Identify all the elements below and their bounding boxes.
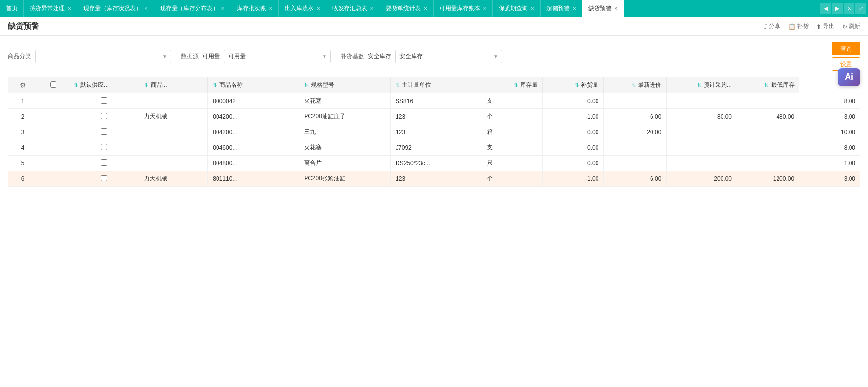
row-spec: DS250*23c...	[391, 156, 482, 171]
row-setting-cell	[38, 171, 69, 187]
th-unit[interactable]: ⇅ 主计量单位	[391, 77, 482, 93]
tab-requisition-label: 要货单统计表	[386, 4, 421, 13]
th-setting[interactable]: ⚙	[8, 77, 38, 93]
row-checkbox-cell	[69, 93, 139, 109]
th-price[interactable]: ⇅ 最新进价	[604, 77, 667, 93]
th-name[interactable]: ⇅ 商品名称	[208, 77, 299, 93]
table-row[interactable]: 6 力天机械 801110... PC200张紧油缸 123 个 -1.00 6…	[8, 171, 860, 187]
datasource-select[interactable]: 可用量	[224, 50, 331, 63]
tab-batch[interactable]: 库存批次账 ✕	[231, 0, 279, 17]
table-row[interactable]: 5 004800... 离合片 DS250*23c... 只 0.00 1.00	[8, 156, 860, 171]
ai-badge[interactable]: Ai	[838, 68, 860, 86]
table-row[interactable]: 2 力天机械 004200... PC200油缸庄子 123 个 -1.00 6…	[8, 109, 860, 124]
tab-shortage[interactable]: 缺货预警 ✕	[582, 0, 624, 17]
close-expiry-icon[interactable]: ✕	[530, 6, 534, 11]
close-flow-icon[interactable]: ✕	[316, 6, 320, 11]
close-requisition-icon[interactable]: ✕	[423, 6, 427, 11]
close-inventory-dist-icon[interactable]: ✕	[221, 6, 225, 11]
th-minstock-label: 最低库存	[771, 81, 795, 88]
th-code[interactable]: ⇅ 商品...	[139, 77, 208, 93]
sort-spec-icon: ⇅	[304, 82, 308, 88]
replenish-base-select[interactable]: 安全库存	[395, 50, 502, 63]
replenish-button[interactable]: 📋 补货	[788, 22, 809, 31]
row-stock: -1.00	[543, 109, 604, 124]
sort-supplier-icon: ⇅	[74, 82, 78, 88]
refresh-label: 刷新	[849, 22, 860, 31]
nav-controls: ◀ ▶ ✕ ⤢	[818, 3, 868, 14]
table-body: 1 0000042 火花塞 SS816 支 0.00 8.00 2 力天机械 0…	[8, 93, 860, 187]
export-label: 导出	[823, 22, 834, 31]
nav-close-button[interactable]: ✕	[844, 3, 854, 14]
row-unit: 个	[482, 109, 542, 124]
refresh-icon: ↻	[842, 23, 847, 30]
row-checkbox[interactable]	[101, 144, 107, 150]
close-abnormal-icon[interactable]: ✕	[67, 6, 71, 11]
th-price-label: 最新进价	[638, 81, 661, 88]
export-icon: ⬆	[816, 23, 821, 30]
tab-flow[interactable]: 出入库流水 ✕	[279, 0, 326, 17]
page-container: 缺货预警 ⤴ 分享 📋 补货 ⬆ 导出 ↻ 刷新 商品分类	[0, 17, 868, 387]
row-checkbox[interactable]	[101, 97, 107, 104]
th-replenish[interactable]: ⇅ 补货量	[543, 77, 604, 93]
row-checkbox[interactable]	[101, 128, 107, 135]
row-replenish	[604, 140, 667, 156]
sort-estimate-icon: ⇅	[697, 82, 701, 88]
th-supplier[interactable]: ⇅ 默认供应...	[69, 77, 139, 93]
th-spec[interactable]: ⇅ 规格型号	[299, 77, 391, 93]
row-checkbox[interactable]	[101, 175, 107, 181]
row-code: 004800...	[208, 156, 299, 171]
tab-home[interactable]: 首页	[0, 0, 24, 17]
export-button[interactable]: ⬆ 导出	[816, 22, 834, 31]
tab-inventory-dist[interactable]: 现存量（库存分布表） ✕	[154, 0, 231, 17]
table-row[interactable]: 1 0000042 火花塞 SS816 支 0.00 8.00	[8, 93, 860, 109]
row-estimate: 480.00	[737, 109, 799, 124]
row-index: 5	[8, 156, 38, 171]
row-checkbox-cell	[69, 156, 139, 171]
tab-expiry[interactable]: 保质期查询 ✕	[493, 0, 541, 17]
share-button[interactable]: ⤴ 分享	[764, 22, 780, 31]
column-settings-icon[interactable]: ⚙	[20, 81, 26, 89]
tab-summary[interactable]: 收发存汇总表 ✕	[326, 0, 380, 17]
sort-replenish-icon: ⇅	[575, 82, 579, 88]
select-all-checkbox[interactable]	[50, 81, 56, 88]
nav-expand-button[interactable]: ⤢	[855, 3, 866, 14]
sort-unit-icon: ⇅	[396, 82, 399, 88]
tab-inventory-status[interactable]: 现存量（库存状况表） ✕	[77, 0, 154, 17]
replenish-label: 补货	[797, 22, 809, 31]
row-checkbox[interactable]	[101, 113, 107, 119]
tab-summary-label: 收发存汇总表	[332, 4, 367, 13]
row-checkbox[interactable]	[101, 159, 107, 166]
close-available-icon[interactable]: ✕	[483, 6, 487, 11]
row-index: 1	[8, 93, 38, 109]
table-row[interactable]: 3 004200... 三九 123 箱 0.00 20.00 10.00	[8, 124, 860, 140]
tab-requisition[interactable]: 要货单统计表 ✕	[380, 0, 434, 17]
row-spec: 123	[391, 124, 482, 140]
query-button[interactable]: 查询	[832, 42, 860, 55]
row-stock: 0.00	[543, 156, 604, 171]
row-estimate	[737, 93, 799, 109]
close-summary-icon[interactable]: ✕	[370, 6, 374, 11]
close-inventory-status-icon[interactable]: ✕	[144, 6, 148, 11]
th-stock[interactable]: ⇅ 库存量	[482, 77, 542, 93]
row-unit: 个	[482, 171, 542, 187]
nav-next-button[interactable]: ▶	[832, 3, 843, 14]
row-estimate	[737, 124, 799, 140]
tab-abnormal[interactable]: 拣货异常处理 ✕	[24, 0, 77, 17]
table-row[interactable]: 4 004600... 火花塞 J7092 支 0.00 8.00	[8, 140, 860, 156]
close-overstock-icon[interactable]: ✕	[572, 6, 576, 11]
row-minstock: 3.00	[799, 171, 860, 187]
refresh-button[interactable]: ↻ 刷新	[842, 22, 860, 31]
nav-prev-button[interactable]: ◀	[820, 3, 831, 14]
close-batch-icon[interactable]: ✕	[269, 6, 272, 11]
th-supplier-label: 默认供应...	[80, 81, 108, 88]
category-select[interactable]	[35, 50, 171, 63]
close-shortage-icon[interactable]: ✕	[614, 6, 618, 11]
th-estimate[interactable]: ⇅ 预计采购...	[667, 77, 737, 93]
row-stock: 0.00	[543, 140, 604, 156]
row-supplier	[139, 124, 208, 140]
th-minstock[interactable]: ⇅ 最低库存	[737, 77, 799, 93]
filter-row: 商品分类 ▼ 数据源 可用量 可用量 ▼ 补货基数 安全库存	[0, 36, 868, 77]
tab-overstock[interactable]: 超储预警 ✕	[541, 0, 582, 17]
tab-available[interactable]: 可用量库存账本 ✕	[434, 0, 493, 17]
row-estimate	[737, 140, 799, 156]
